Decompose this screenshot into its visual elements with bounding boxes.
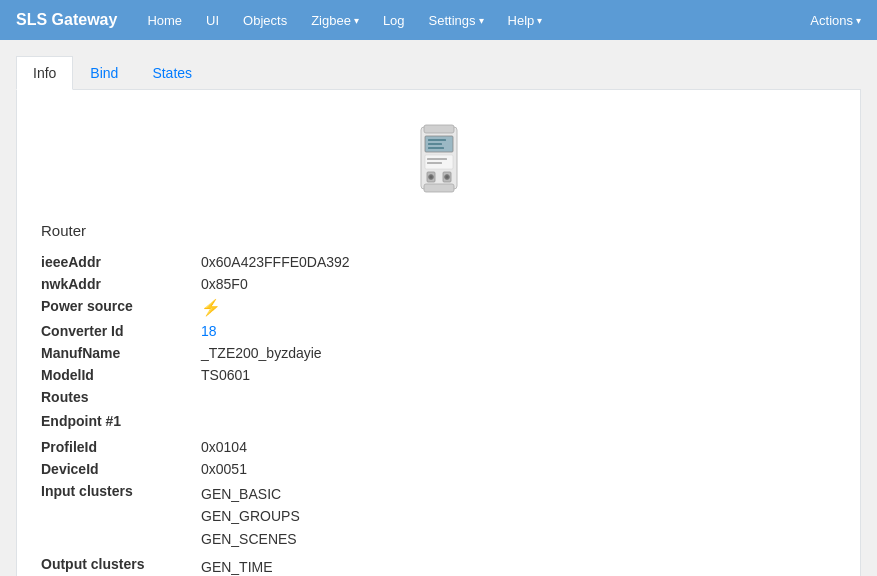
brand[interactable]: SLS Gateway [16, 11, 117, 29]
row-nwkaddr: nwkAddr 0x85F0 [41, 273, 836, 295]
svg-rect-16 [427, 158, 447, 160]
value-input-clusters: GEN_BASIC GEN_GROUPS GEN_SCENES [201, 480, 836, 553]
label-nwkaddr: nwkAddr [41, 273, 201, 295]
cluster-gen-groups: GEN_GROUPS [201, 505, 836, 527]
value-deviceid: 0x0051 [201, 458, 836, 480]
svg-rect-17 [427, 162, 442, 164]
label-deviceid: DeviceId [41, 458, 201, 480]
row-manufname: ManufName _TZE200_byzdayie [41, 342, 836, 364]
info-table: ieeeAddr 0x60A423FFFE0DA392 nwkAddr 0x85… [41, 251, 836, 576]
label-power: Power source [41, 295, 201, 320]
device-info: Router ieeeAddr 0x60A423FFFE0DA392 nwkAd… [33, 222, 844, 576]
value-ieeeaddr: 0x60A423FFFE0DA392 [201, 251, 836, 273]
cluster-gen-scenes: GEN_SCENES [201, 528, 836, 550]
tab-bar: Info Bind States [16, 56, 861, 90]
value-manufname: _TZE200_byzdayie [201, 342, 836, 364]
row-modelid: ModelId TS0601 [41, 364, 836, 386]
settings-dropdown-arrow: ▾ [479, 15, 484, 26]
label-output-clusters: Output clusters [41, 553, 201, 576]
row-routes: Routes [41, 386, 836, 408]
actions-dropdown-arrow: ▾ [856, 15, 861, 26]
tab-states[interactable]: States [135, 56, 209, 90]
output-clusters-list: GEN_TIME OTA [201, 556, 836, 576]
row-power: Power source ⚡ [41, 295, 836, 320]
device-image [399, 122, 479, 202]
tab-info[interactable]: Info [16, 56, 73, 90]
svg-rect-5 [428, 143, 442, 145]
svg-rect-4 [428, 139, 446, 141]
row-deviceid: DeviceId 0x0051 [41, 458, 836, 480]
svg-rect-6 [428, 147, 444, 149]
label-ieeeaddr: ieeeAddr [41, 251, 201, 273]
label-converter: Converter Id [41, 320, 201, 342]
value-power: ⚡ [201, 295, 836, 320]
power-icon: ⚡ [201, 299, 221, 316]
value-profileid: 0x0104 [201, 436, 836, 458]
nav-menu: Home UI Objects Zigbee ▾ Log Settings ▾ … [137, 9, 810, 32]
label-modelid: ModelId [41, 364, 201, 386]
nav-log[interactable]: Log [373, 9, 415, 32]
converter-link[interactable]: 18 [201, 323, 217, 339]
nav-zigbee[interactable]: Zigbee ▾ [301, 9, 369, 32]
endpoint-header: Endpoint #1 [41, 411, 836, 433]
navbar: SLS Gateway Home UI Objects Zigbee ▾ Log… [0, 0, 877, 40]
value-output-clusters: GEN_TIME OTA [201, 553, 836, 576]
row-ieeeaddr: ieeeAddr 0x60A423FFFE0DA392 [41, 251, 836, 273]
row-output-clusters: Output clusters GEN_TIME OTA [41, 553, 836, 576]
zigbee-dropdown-arrow: ▾ [354, 15, 359, 26]
value-converter: 18 [201, 320, 836, 342]
cluster-gen-basic: GEN_BASIC [201, 483, 836, 505]
value-nwkaddr: 0x85F0 [201, 273, 836, 295]
nav-ui[interactable]: UI [196, 9, 229, 32]
actions-menu[interactable]: Actions ▾ [810, 13, 861, 28]
input-clusters-list: GEN_BASIC GEN_GROUPS GEN_SCENES [201, 483, 836, 550]
svg-rect-2 [424, 184, 454, 192]
row-input-clusters: Input clusters GEN_BASIC GEN_GROUPS GEN_… [41, 480, 836, 553]
help-dropdown-arrow: ▾ [537, 15, 542, 26]
main-content: Info Bind States [0, 40, 877, 576]
nav-help[interactable]: Help ▾ [498, 9, 553, 32]
device-type: Router [41, 222, 836, 239]
row-converter: Converter Id 18 [41, 320, 836, 342]
cluster-gen-time: GEN_TIME [201, 556, 836, 576]
info-panel: Router ieeeAddr 0x60A423FFFE0DA392 nwkAd… [16, 90, 861, 576]
value-routes [201, 386, 836, 408]
nav-objects[interactable]: Objects [233, 9, 297, 32]
row-profileid: ProfileId 0x0104 [41, 436, 836, 458]
device-image-container [33, 106, 844, 222]
svg-rect-1 [424, 125, 454, 133]
row-endpoint-header: Endpoint #1 [41, 408, 836, 436]
nav-settings[interactable]: Settings ▾ [419, 9, 494, 32]
nav-home[interactable]: Home [137, 9, 192, 32]
value-modelid: TS0601 [201, 364, 836, 386]
label-manufname: ManufName [41, 342, 201, 364]
tab-bind[interactable]: Bind [73, 56, 135, 90]
label-routes: Routes [41, 386, 201, 408]
label-input-clusters: Input clusters [41, 480, 201, 553]
label-profileid: ProfileId [41, 436, 201, 458]
